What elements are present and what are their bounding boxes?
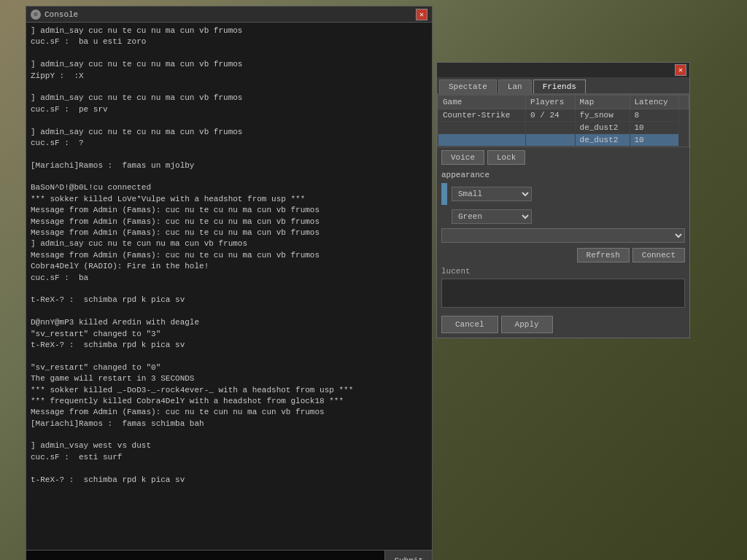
console-line: ] admin_say cuc nu te cun nu ma cun vb f…	[31, 238, 427, 249]
console-line: ] admin_vsay west vs dust	[31, 440, 427, 451]
server-table-row[interactable]: de_dust210	[438, 122, 689, 134]
server-cell-game: Counter-Strike	[438, 109, 526, 122]
console-line	[31, 351, 427, 362]
dialog-close-button[interactable]: ✕	[675, 64, 686, 76]
console-title: Console	[44, 10, 78, 19]
server-cell-players	[526, 134, 575, 147]
server-cell-latency: 10	[630, 134, 678, 147]
console-submit-button[interactable]: Submit	[384, 551, 432, 560]
col-latency: Latency	[630, 96, 678, 109]
console-close-button[interactable]: ✕	[416, 9, 427, 20]
console-line: ] admin_say cuc nu te cu nu ma cun vb fr…	[31, 93, 427, 104]
console-line: BaSoN^D!@b0L!cu connected	[31, 182, 427, 193]
console-line: The game will restart in 3 SECONDS	[31, 373, 427, 384]
apply-button[interactable]: Apply	[501, 316, 553, 333]
console-line	[31, 149, 427, 160]
server-table-body: Counter-Strike0 / 24fy_snow8de_dust210de…	[438, 109, 689, 147]
server-table-header-row: Game Players Map Latency	[438, 96, 689, 109]
server-table-container[interactable]: Game Players Map Latency Counter-Strike0…	[437, 94, 689, 147]
server-browser-dialog: ✕ Spectate Lan Friends Game Players Map …	[436, 62, 690, 338]
col-game: Game	[438, 96, 526, 109]
console-line	[31, 82, 427, 93]
translucent-label: lucent	[437, 265, 689, 277]
console-line	[31, 171, 427, 182]
console-input-row: Submit	[26, 550, 432, 560]
console-line	[31, 115, 427, 126]
tab-lan[interactable]: Lan	[498, 79, 532, 93]
server-cell-latency: 10	[630, 122, 678, 134]
size-row: Small Medium Large	[437, 181, 689, 207]
console-line: "sv_restart" changed to "3"	[31, 329, 427, 340]
console-title-area: ⚙ Console	[31, 9, 78, 20]
wide-select-row	[437, 226, 689, 245]
voice-lock-row: Voice Lock	[437, 147, 689, 168]
console-titlebar: ⚙ Console ✕	[26, 7, 432, 23]
console-line	[31, 306, 427, 317]
console-line	[31, 429, 427, 440]
console-output: ] admin_say cuc nu te cu nu ma cun vb fr…	[26, 23, 432, 550]
server-table-header: Game Players Map Latency	[438, 96, 689, 109]
console-line: t-ReX-? : schimba rpd k pica sv	[31, 340, 427, 351]
server-table: Game Players Map Latency Counter-Strike0…	[438, 95, 689, 147]
console-line: D@nnY@mP3 killed Aredin with deagle	[31, 317, 427, 328]
server-table-row[interactable]: de_dust210	[438, 134, 689, 147]
appearance-label: appearance	[437, 168, 689, 181]
console-line: ZippY : :X	[31, 71, 427, 82]
color-row: Green Red Blue White	[437, 207, 689, 226]
console-line: cuc.sF : pe srv	[31, 104, 427, 115]
console-line: Message from Admin (Famas): cuc nu te cu…	[31, 407, 427, 418]
console-line: "sv_restart" changed to "0"	[31, 362, 427, 373]
tab-friends[interactable]: Friends	[533, 79, 586, 93]
console-line: Cobra4DelY (RADIO): Fire in the hole!	[31, 261, 427, 272]
col-players: Players	[526, 96, 575, 109]
connect-button[interactable]: Connect	[632, 248, 685, 262]
console-lines: ] admin_say cuc nu te cu nu ma cun vb fr…	[31, 26, 427, 486]
cancel-button[interactable]: Cancel	[441, 316, 498, 333]
dialog-tabs: Spectate Lan Friends	[437, 77, 689, 94]
console-line: cuc.sF : ba u esti zoro	[31, 36, 427, 47]
console-line	[31, 463, 427, 474]
lock-button[interactable]: Lock	[487, 150, 525, 165]
color-select[interactable]: Green Red Blue White	[452, 209, 532, 224]
console-line	[31, 284, 427, 295]
cancel-apply-row: Cancel Apply	[437, 311, 689, 338]
server-cell-players	[526, 122, 575, 134]
col-map: Map	[575, 96, 630, 109]
refresh-connect-row: Refresh Connect	[437, 245, 689, 265]
console-line: Message from Admin (Famas): cuc nu te cu…	[31, 205, 427, 216]
server-table-row[interactable]: Counter-Strike0 / 24fy_snow8	[438, 109, 689, 122]
console-line: *** sokker killed LoVe*Vulpe with a head…	[31, 194, 427, 205]
console-line: t-ReX-? : schimba rpd k pica sv	[31, 295, 427, 306]
refresh-button[interactable]: Refresh	[577, 248, 630, 262]
console-line: Message from Admin (Famas): cuc nu te cu…	[31, 217, 427, 228]
server-cell-game	[438, 122, 526, 134]
console-icon: ⚙	[31, 9, 41, 20]
console-input[interactable]	[26, 551, 384, 560]
tab-spectate[interactable]: Spectate	[439, 79, 497, 93]
console-line	[31, 48, 427, 59]
server-cell-map: de_dust2	[575, 122, 630, 134]
console-line: *** frequently killed Cobra4DelY with a …	[31, 396, 427, 407]
console-window: ⚙ Console ✕ ] admin_say cuc nu te cu nu …	[26, 6, 433, 560]
server-cell-latency: 8	[630, 109, 678, 122]
col-scrollbar-spacer	[679, 96, 689, 109]
notes-textarea[interactable]	[441, 279, 685, 308]
console-line: ] admin_say cuc nu te cu nu ma cun vb fr…	[31, 127, 427, 138]
size-select[interactable]: Small Medium Large	[452, 187, 532, 201]
console-line: [Mariachi]Ramos : famas schimba bah	[31, 419, 427, 429]
color-swatch	[441, 183, 447, 205]
server-cell-map: fy_snow	[575, 109, 630, 122]
console-line: cuc.sF : ba	[31, 273, 427, 284]
console-line: *** sokker killed _-DoD3-_-rock4ever-_ w…	[31, 385, 427, 396]
console-line: ] admin_say cuc nu te cu nu ma cun vb fr…	[31, 59, 427, 70]
console-line: cuc.sF : esti surf	[31, 452, 427, 463]
voice-button[interactable]: Voice	[441, 150, 484, 165]
console-line: [Mariachi]Ramos : famas un mjolby	[31, 160, 427, 171]
console-line: t-ReX-? : schimba rpd k pica sv	[31, 475, 427, 486]
console-line: ] admin_say cuc nu te cu nu ma cun vb fr…	[31, 26, 427, 36]
server-cell-players: 0 / 24	[526, 109, 575, 122]
wide-select[interactable]	[441, 228, 685, 243]
dialog-titlebar: ✕	[437, 63, 689, 77]
console-line: Message from Admin (Famas): cuc nu te cu…	[31, 228, 427, 238]
console-line: cuc.sF : ?	[31, 138, 427, 149]
